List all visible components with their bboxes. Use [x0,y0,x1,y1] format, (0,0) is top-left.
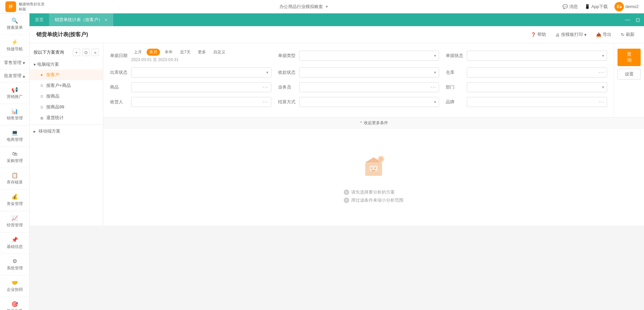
industry-dropdown-icon[interactable]: ▾ [326,4,328,9]
order-status-label: 单据状态 [446,53,464,59]
scheme-return-stats[interactable]: ▦ 退货统计 [30,112,103,123]
sidebar-item-guide[interactable]: 🎯 新手引导 [0,297,29,310]
filter-area-wrapper: 单据日期 上月 本月 本年 近7天 更多 [103,43,644,117]
sidebar-item-marketing[interactable]: 📢 营销推广 [0,83,29,104]
product-input[interactable]: ··· [131,82,271,92]
sidebar-item-inventory[interactable]: 📋 库存核算 [0,168,29,190]
tab-minimize-icon[interactable]: — [624,15,632,24]
order-type-dropdown[interactable]: ▾ [299,51,439,61]
sidebar-item-retail[interactable]: 零售管理 ▾ [0,56,29,69]
scheme-by-product[interactable]: ☰ 按商品 [30,91,103,102]
filter-consignee-field: 收货人 ··· [110,97,271,107]
marketing-icon: 📢 [3,87,26,93]
salesperson-input[interactable]: ··· [299,82,439,92]
page-header: 销货单统计表(按客户) ❓ 帮助 🖨 按模板打印 ▾ 📤 导出 [30,26,644,43]
date-filter: 上月 本月 本年 近7天 更多 自定义 2023-03-01 至 20 [131,49,271,63]
scheme-edit-button[interactable]: ⊙ [82,49,90,56]
date-tab-7days[interactable]: 近7天 [177,49,193,56]
settings-button[interactable]: 设置 [618,69,641,80]
sidebar-item-sales[interactable]: 📊 销售管理 [0,104,29,125]
salesperson-dots-icon: ··· [431,84,436,90]
department-dropdown[interactable]: ▾ [467,82,607,92]
retail-arrow-icon: ▾ [23,60,25,65]
scheme-add-button[interactable]: + [73,49,80,56]
export-button[interactable]: 📤 导出 [593,30,614,39]
sidebar-item-system[interactable]: ⚙ 系统管理 [0,254,29,275]
filter-receive-status-field: 收款状态 ▾ [278,67,439,78]
tab-sales-stats[interactable]: 销货单统计表（按客户） × [49,13,113,26]
scheme-desktop-group: ▾ 电脑端方案 ● 按客户 ☰ 按客户+商品 ☰ [30,59,103,123]
message-button[interactable]: 💬 消息 [562,4,578,10]
settlement-arrow-icon: ▾ [434,100,436,104]
scheme-mobile-group-header[interactable]: ▸ 移动端方案 [30,126,103,136]
date-tab-last-month[interactable]: 上月 [131,49,145,56]
brand-input[interactable]: ··· [467,97,607,107]
date-tab-this-month[interactable]: 本月 [147,49,160,56]
scheme-by-customer-product[interactable]: ☰ 按客户+商品 [30,80,103,91]
help-button[interactable]: ❓ 帮助 [528,30,549,39]
scheme-by-product-99[interactable]: ☰ 按商品99 [30,102,103,112]
collapse-bar[interactable]: ⌃ 收起更多条件 [103,117,644,128]
date-tab-this-year[interactable]: 本年 [162,49,175,56]
filter-salesperson-field: 业务员 ··· [278,82,439,92]
scheme-collapse-button[interactable]: « [92,49,99,56]
filter-department-field: 部门 ▾ [446,82,607,92]
settlement-dropdown[interactable]: ▾ [299,97,439,107]
mobile-group-arrow-icon: ▸ [34,129,36,134]
consignee-input[interactable]: ··· [131,97,271,107]
industry-label: 办公用品行业模拟账套 [279,4,323,10]
sidebar-item-ecommerce[interactable]: 💻 电商管理 [0,125,29,147]
empty-tip-2: ② 用过滤条件来缩小分析范围 [344,197,404,203]
sidebar-item-basic[interactable]: 📌 基础信息 [0,232,29,254]
settlement-label: 结算方式 [278,99,297,105]
scheme-desktop-group-header[interactable]: ▾ 电脑端方案 [30,59,103,69]
print-button[interactable]: 🖨 按模板打印 ▾ [553,30,589,39]
order-status-dropdown[interactable]: ▾ [467,51,607,61]
receive-status-arrow-icon: ▾ [434,70,436,75]
quicknav-icon: ⚡ [3,39,26,45]
top-header: 好 畅捷销售好生意 标版 办公用品行业模拟账套 ▾ 💬 消息 📱 App下载 E… [0,0,644,13]
filter-row-4: 收货人 ··· 结算方式 [110,97,607,107]
sidebar-item-quicknav[interactable]: ⚡ 快捷导航 [0,35,29,56]
sidebar-item-search[interactable]: 🔍 搜索菜单 [0,13,29,35]
warehouse-label: 仓库 [446,69,464,75]
download-icon: 📱 [585,4,590,9]
page-actions: ❓ 帮助 🖨 按模板打印 ▾ 📤 导出 ↻ 刷新 [528,30,637,39]
date-tab-custom[interactable]: 自定义 [211,49,228,56]
tab-home[interactable]: 首页 [30,13,49,26]
header-right: 💬 消息 📱 App下载 Ea demo2 [562,2,639,11]
brand-dots-icon: ··· [599,99,604,105]
warehouse-input[interactable]: ··· [467,67,607,78]
date-tab-more[interactable]: 更多 [195,49,209,56]
sidebar-item-wholesale[interactable]: 批发管理 ▴ [0,69,29,83]
out-status-dropdown[interactable]: ▾ [131,67,271,78]
sidebar-item-purchase[interactable]: 🛍 采购管理 [0,147,29,168]
product-label: 商品 [110,84,128,90]
sidebar-item-operation[interactable]: 📈 经营管理 [0,211,29,232]
sidebar-item-finance[interactable]: 💰 资金管理 [0,190,29,211]
user-avatar-button[interactable]: Ea demo2 [614,2,639,11]
refresh-button[interactable]: ↻ 刷新 [618,30,637,39]
scheme-return-stats-icon: ▦ [39,115,44,120]
filter-main: 单据日期 上月 本月 本年 近7天 更多 [103,43,644,225]
app-download-button[interactable]: 📱 App下载 [585,4,608,10]
tab-close-icon[interactable]: × [105,17,107,22]
date-tabs: 上月 本月 本年 近7天 更多 自定义 [131,49,271,56]
empty-tip-1: ① 请先选择要分析的方案 [344,189,404,195]
query-button[interactable]: 查询 [618,49,641,66]
inventory-icon: 📋 [3,172,26,178]
guide-icon: 🎯 [3,301,26,307]
receive-status-dropdown[interactable]: ▾ [299,67,439,78]
header-center: 办公用品行业模拟账套 ▾ [279,4,328,10]
filter-brand-field: 品牌 ··· [446,97,607,107]
desktop-group-arrow-icon: ▾ [34,62,36,67]
order-status-arrow-icon: ▾ [602,53,604,58]
sidebar-item-cooperation[interactable]: 🤝 企业协同 [0,275,29,297]
tab-maximize-icon[interactable]: ⊡ [634,15,641,24]
svg-point-4 [379,157,383,161]
print-arrow-icon: ▾ [584,32,587,37]
scheme-by-customer[interactable]: ● 按客户 [30,69,103,80]
consignee-dots-icon: ··· [263,99,268,105]
filter-side-buttons: 查询 设置 [614,43,644,117]
product-dots-icon: ··· [263,84,268,90]
